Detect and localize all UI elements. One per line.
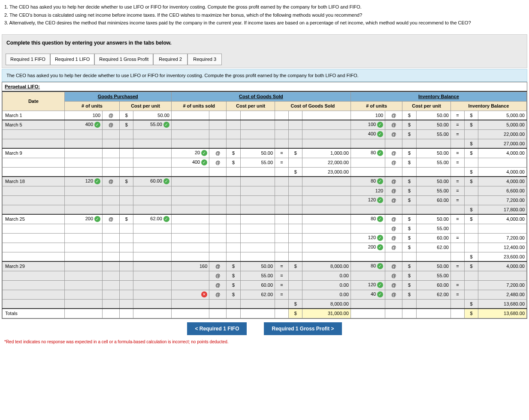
eq-icon: =: [275, 280, 289, 290]
tab-req1-gp[interactable]: Required 1 Gross Profit: [94, 54, 153, 65]
m29c-ibu[interactable]: 120 ✓: [351, 280, 385, 290]
check-icon: ✓: [94, 178, 100, 184]
m1-ibc[interactable]: 50.00: [416, 111, 450, 120]
m1-gpu[interactable]: 100: [64, 111, 102, 120]
m29d-csu[interactable]: ✕: [171, 290, 209, 299]
at-icon: @: [385, 129, 402, 139]
m25c-ibu[interactable]: 120 ✓: [351, 233, 385, 243]
m1-gpc[interactable]: 50.00: [133, 111, 171, 120]
check-icon: ✓: [94, 216, 100, 222]
m9b-csu[interactable]: 400 ✓: [171, 158, 209, 167]
tab-req1-fifo[interactable]: Required 1 FIFO: [6, 54, 50, 65]
at-icon: @: [209, 290, 227, 299]
m18b-ibu[interactable]: 120: [351, 186, 385, 195]
check-icon: ✓: [377, 197, 383, 203]
m29b-csc[interactable]: 55.00: [240, 271, 275, 280]
q3: 3. Alternatively, the CEO desires the me…: [4, 19, 525, 27]
eq-icon: =: [450, 148, 464, 158]
m25d-ibc[interactable]: 62.00: [416, 243, 450, 252]
m29d-ibc[interactable]: 62.00: [416, 290, 450, 299]
q1: 1. The CEO has asked you to help her dec…: [4, 3, 525, 11]
dollar-icon: $: [402, 111, 416, 120]
tab-req3[interactable]: Required 3: [187, 54, 222, 65]
at-icon: @: [209, 271, 227, 280]
at-icon: @: [385, 120, 402, 129]
m18b-ibc[interactable]: 55.00: [416, 186, 450, 195]
m5a-ibc[interactable]: 50.00: [416, 120, 450, 129]
eq-icon: =: [450, 261, 464, 271]
m29a-csc[interactable]: 50.00: [240, 261, 275, 271]
question-block: 1. The CEO has asked you to help her dec…: [0, 0, 529, 31]
dollar-icon: $: [402, 261, 416, 271]
m9a-ibu[interactable]: 80 ✓: [351, 148, 385, 158]
at-icon: @: [385, 111, 402, 120]
m25c-ibv[interactable]: 7,200.00: [478, 233, 527, 243]
check-icon: ✓: [377, 291, 383, 297]
m25d-ibu[interactable]: 200 ✓: [351, 243, 385, 252]
m9a-csu[interactable]: 20 ✓: [171, 148, 209, 158]
m29d-ibv[interactable]: 2,480.00: [478, 290, 527, 299]
m5b-ibv[interactable]: 22,000.00: [478, 129, 527, 139]
row-m25b: @ $55.00: [3, 224, 527, 233]
m5b-ibu[interactable]: 400 ✓: [351, 129, 385, 139]
m5b-ibc[interactable]: 55.00: [416, 129, 450, 139]
nav-row: < Required 1 FIFO Required 1 Gross Profi…: [0, 319, 529, 339]
m29c-csc[interactable]: 60.00: [240, 280, 275, 290]
m18a-ibv[interactable]: 4,000.00: [478, 177, 527, 186]
m18b-ibv[interactable]: 6,600.00: [478, 186, 527, 195]
m18a-ibu[interactable]: 80 ✓: [351, 177, 385, 186]
m9b-csc[interactable]: 55.00: [240, 158, 275, 167]
check-icon: ✓: [163, 178, 169, 184]
dollar-icon: $: [227, 158, 240, 167]
m25d-ibv[interactable]: 12,400.00: [478, 243, 527, 252]
eq-icon: =: [450, 129, 464, 139]
m5a-ibu[interactable]: 100 ✓: [351, 120, 385, 129]
m18-gpu[interactable]: 120 ✓: [64, 177, 102, 186]
m29b-ibc[interactable]: 55.00: [416, 271, 450, 280]
m5-gpc[interactable]: 55.00 ✓: [133, 120, 171, 129]
m9a-ibv[interactable]: 4,000.00: [478, 148, 527, 158]
m29c-ibc[interactable]: 60.00: [416, 280, 450, 290]
m25-gpu[interactable]: 200 ✓: [64, 214, 102, 224]
m29a-ibc[interactable]: 50.00: [416, 261, 450, 271]
check-icon: ✓: [377, 235, 383, 241]
m18a-ibc[interactable]: 50.00: [416, 177, 450, 186]
at-icon: @: [209, 148, 227, 158]
m5a-ibv[interactable]: 5,000.00: [478, 120, 527, 129]
m1-ibv[interactable]: 5,000.00: [478, 111, 527, 120]
m29d-csc[interactable]: 62.00: [240, 290, 275, 299]
m29c-ibv[interactable]: 7,200.00: [478, 280, 527, 290]
m18c-ibv[interactable]: 7,200.00: [478, 195, 527, 205]
at-icon: @: [103, 120, 120, 129]
dollar-icon: $: [227, 271, 240, 280]
m9a-csc[interactable]: 50.00: [240, 148, 275, 158]
m5-gpu[interactable]: 400 ✓: [64, 120, 102, 129]
tab-req2[interactable]: Required 2: [153, 54, 187, 65]
m25b-ibc[interactable]: 55.00: [416, 224, 450, 233]
m29c-csv: 0.00: [302, 280, 351, 290]
m18-gpc[interactable]: 60.00 ✓: [133, 177, 171, 186]
at-icon: @: [385, 290, 402, 299]
m29a-csu[interactable]: 160: [171, 261, 209, 271]
m29a-ibv[interactable]: 4,000.00: [478, 261, 527, 271]
m9a-ibc[interactable]: 50.00: [416, 148, 450, 158]
m25-gpc[interactable]: 62.00 ✓: [133, 214, 171, 224]
m18c-ibu[interactable]: 120 ✓: [351, 195, 385, 205]
prev-button[interactable]: < Required 1 FIFO: [187, 322, 247, 335]
m18c-ibc[interactable]: 60.00: [416, 195, 450, 205]
m29a-ibu[interactable]: 80 ✓: [351, 261, 385, 271]
m25a-ibv[interactable]: 4,000.00: [478, 214, 527, 224]
m29d-ibu[interactable]: 40 ✓: [351, 290, 385, 299]
row-m29b: @ $55.00 =0.00 @ $55.00: [3, 271, 527, 280]
m1-ibu[interactable]: 100: [351, 111, 385, 120]
m25a-ibc[interactable]: 50.00: [416, 214, 450, 224]
m25c-ibc[interactable]: 60.00: [416, 233, 450, 243]
hdr-ib-val: Inventory Balance: [450, 101, 526, 111]
m25a-ibu[interactable]: 80 ✓: [351, 214, 385, 224]
m9b-ibc[interactable]: 55.00: [416, 158, 450, 167]
m29t-csv: 8,000.00: [302, 299, 351, 309]
dollar-icon: $: [289, 148, 302, 158]
next-button[interactable]: Required 1 Gross Profit >: [264, 322, 342, 335]
tab-req1-lifo[interactable]: Required 1 LIFO: [50, 54, 94, 65]
m5t-ibv: 27,000.00: [478, 139, 527, 148]
